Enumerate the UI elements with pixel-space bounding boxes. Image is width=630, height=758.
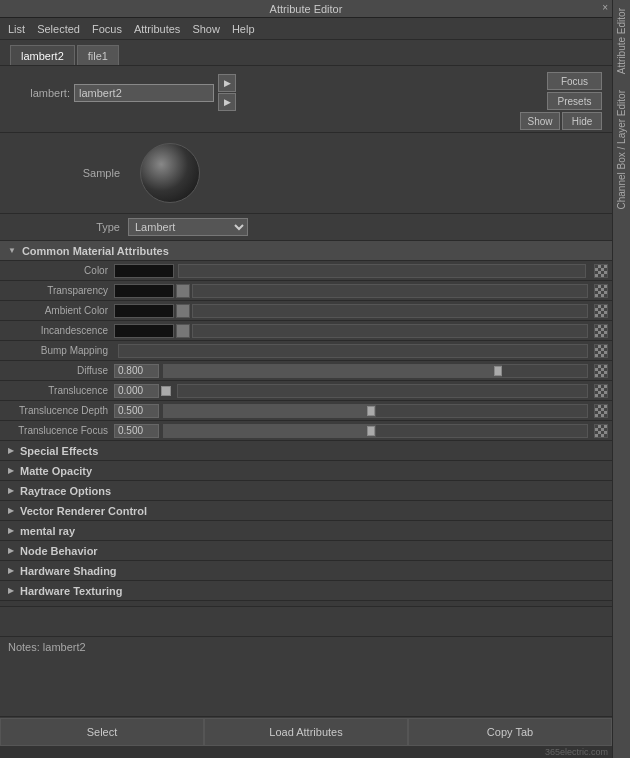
menu-list[interactable]: List xyxy=(8,23,25,35)
menu-attributes[interactable]: Attributes xyxy=(134,23,180,35)
attr-label-ambient-color: Ambient Color xyxy=(4,305,114,316)
notes-area: Notes: lambert2 xyxy=(0,636,612,716)
special-effects-section[interactable]: ▶ Special Effects xyxy=(0,441,612,461)
diffuse-value[interactable]: 0.800 xyxy=(114,364,159,378)
incandescence-swatch[interactable] xyxy=(114,324,174,338)
hide-button[interactable]: Hide xyxy=(562,112,602,130)
transparency-checker[interactable] xyxy=(594,284,608,298)
main-content: lambert2 file1 lambert: ▶ ▶ Focus Preset… xyxy=(0,40,612,758)
attr-row-bump-mapping: Bump Mapping xyxy=(0,341,612,361)
node-behavior-title: Node Behavior xyxy=(20,545,98,557)
tab-lambert2[interactable]: lambert2 xyxy=(10,45,75,65)
diffuse-thumb xyxy=(494,366,502,376)
diffuse-slider[interactable] xyxy=(163,364,588,378)
bottom-buttons: Select Load Attributes Copy Tab xyxy=(0,716,612,746)
sample-area: Sample xyxy=(0,133,612,214)
focus-button[interactable]: Focus xyxy=(547,72,602,90)
incandescence-slider[interactable] xyxy=(192,324,588,338)
vector-renderer-section[interactable]: ▶ Vector Renderer Control xyxy=(0,501,612,521)
translucence-focus-checker[interactable] xyxy=(594,424,608,438)
translucence-value[interactable]: 0.000 xyxy=(114,384,159,398)
translucence-depth-checker[interactable] xyxy=(594,404,608,418)
sample-sphere[interactable] xyxy=(140,143,200,203)
attr-label-incandescence: Incandescence xyxy=(4,325,114,336)
menu-focus[interactable]: Focus xyxy=(92,23,122,35)
color-slider[interactable] xyxy=(178,264,586,278)
type-select[interactable]: Lambert Phong Blinn Anisotropic xyxy=(128,218,248,236)
show-button[interactable]: Show xyxy=(520,112,560,130)
translucence-focus-slider[interactable] xyxy=(163,424,588,438)
attr-row-ambient-color: Ambient Color xyxy=(0,301,612,321)
hardware-shading-section[interactable]: ▶ Hardware Shading xyxy=(0,561,612,581)
hardware-shading-arrow: ▶ xyxy=(8,566,14,575)
menu-show[interactable]: Show xyxy=(192,23,220,35)
translucence-depth-value[interactable]: 0.500 xyxy=(114,404,159,418)
hardware-texturing-section[interactable]: ▶ Hardware Texturing xyxy=(0,581,612,601)
hardware-texturing-arrow: ▶ xyxy=(8,586,14,595)
watermark: 365electric.com xyxy=(0,746,612,758)
color-checker[interactable] xyxy=(594,264,608,278)
attr-label-translucence: Translucence xyxy=(4,385,114,396)
raytrace-options-arrow: ▶ xyxy=(8,486,14,495)
translucence-checker[interactable] xyxy=(594,384,608,398)
menu-selected[interactable]: Selected xyxy=(37,23,80,35)
sample-label: Sample xyxy=(40,167,120,179)
raytrace-options-section[interactable]: ▶ Raytrace Options xyxy=(0,481,612,501)
translucence-focus-value[interactable]: 0.500 xyxy=(114,424,159,438)
color-swatch[interactable] xyxy=(114,264,174,278)
lambert-input[interactable] xyxy=(74,84,214,102)
arrow-up-btn[interactable]: ▶ xyxy=(218,74,236,92)
attr-row-color: Color xyxy=(0,261,612,281)
attr-label-color: Color xyxy=(4,265,114,276)
copy-tab-button[interactable]: Copy Tab xyxy=(408,718,612,746)
presets-button[interactable]: Presets xyxy=(547,92,602,110)
type-label: Type xyxy=(40,221,120,233)
bump-slider[interactable] xyxy=(118,344,588,358)
transparency-swatch[interactable] xyxy=(114,284,174,298)
close-button[interactable]: × xyxy=(602,2,608,13)
ambient-color-swatch[interactable] xyxy=(114,304,174,318)
node-behavior-arrow: ▶ xyxy=(8,546,14,555)
raytrace-options-title: Raytrace Options xyxy=(20,485,111,497)
attr-row-diffuse: Diffuse 0.800 xyxy=(0,361,612,381)
menu-help[interactable]: Help xyxy=(232,23,255,35)
depth-thumb xyxy=(367,406,375,416)
vector-renderer-arrow: ▶ xyxy=(8,506,14,515)
tab-file1[interactable]: file1 xyxy=(77,45,119,65)
select-button[interactable]: Select xyxy=(0,718,204,746)
node-behavior-section[interactable]: ▶ Node Behavior xyxy=(0,541,612,561)
mental-ray-section[interactable]: ▶ mental ray xyxy=(0,521,612,541)
channel-box-side-label[interactable]: Channel Box / Layer Editor xyxy=(614,82,629,218)
transparency-slider[interactable] xyxy=(192,284,588,298)
ambient-slider[interactable] xyxy=(192,304,588,318)
diffuse-checker[interactable] xyxy=(594,364,608,378)
translucence-thumb xyxy=(161,386,171,396)
arrow-down-btn[interactable]: ▶ xyxy=(218,93,236,111)
menu-bar: List Selected Focus Attributes Show Help xyxy=(0,18,612,40)
mental-ray-title: mental ray xyxy=(20,525,75,537)
special-effects-title: Special Effects xyxy=(20,445,98,457)
hardware-texturing-title: Hardware Texturing xyxy=(20,585,123,597)
attr-row-incandescence: Incandescence xyxy=(0,321,612,341)
common-attrs-section-header[interactable]: ▼ Common Material Attributes xyxy=(0,241,612,261)
hardware-shading-title: Hardware Shading xyxy=(20,565,117,577)
attr-row-translucence-focus: Translucence Focus 0.500 xyxy=(0,421,612,441)
bump-checker[interactable] xyxy=(594,344,608,358)
attr-row-translucence: Translucence 0.000 xyxy=(0,381,612,401)
ambient-checker[interactable] xyxy=(594,304,608,318)
incandescence-checker[interactable] xyxy=(594,324,608,338)
transparency-slider-thumb xyxy=(176,284,190,298)
lambert-label: lambert: xyxy=(10,87,70,99)
ambient-slider-thumb xyxy=(176,304,190,318)
focus-thumb xyxy=(367,426,375,436)
translucence-depth-slider[interactable] xyxy=(163,404,588,418)
load-attributes-button[interactable]: Load Attributes xyxy=(204,718,408,746)
attr-label-translucence-depth: Translucence Depth xyxy=(4,405,114,416)
attrs-scroll[interactable]: ▼ Common Material Attributes Color Trans… xyxy=(0,241,612,636)
matte-opacity-section[interactable]: ▶ Matte Opacity xyxy=(0,461,612,481)
vector-renderer-title: Vector Renderer Control xyxy=(20,505,147,517)
attribute-editor-side-label[interactable]: Attribute Editor xyxy=(614,0,629,82)
translucence-slider[interactable] xyxy=(177,384,588,398)
special-effects-arrow: ▶ xyxy=(8,446,14,455)
title-bar: Attribute Editor × xyxy=(0,0,612,18)
